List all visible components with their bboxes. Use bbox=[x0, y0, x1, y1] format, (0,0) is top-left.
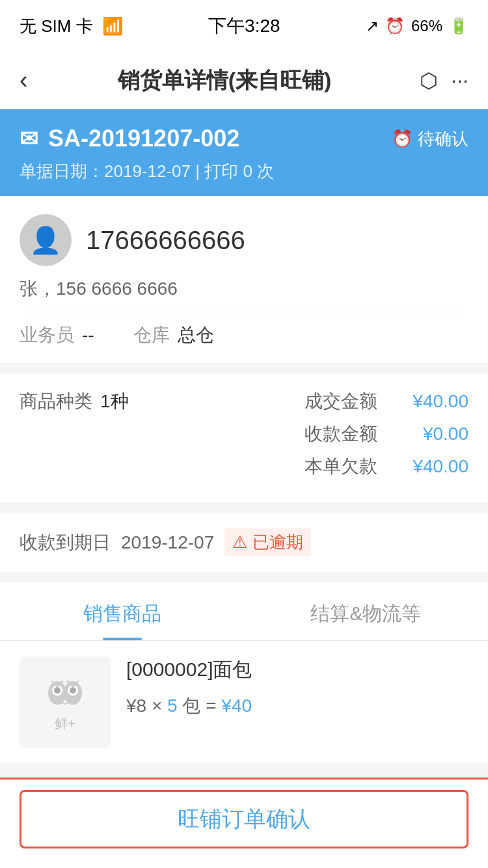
product-thumbnail: 鲜+ bbox=[20, 657, 111, 748]
product-price: ¥8 × 5 包 = ¥40 bbox=[126, 694, 468, 718]
salesperson-value: -- bbox=[82, 325, 94, 346]
avatar-icon: 👤 bbox=[29, 225, 62, 256]
product-type-value: 1种 bbox=[100, 389, 129, 414]
order-header: ✉ SA-20191207-002 ⏰ 待确认 单据日期：2019-12-07 … bbox=[0, 109, 488, 196]
nav-actions: ⬡ ··· bbox=[390, 68, 468, 93]
equals-symbol: = bbox=[206, 696, 221, 716]
product-unit-price: ¥8 bbox=[126, 696, 146, 716]
status-right: ↗ ⏰ 66% 🔋 bbox=[366, 17, 468, 35]
product-unit: 包 bbox=[182, 696, 200, 716]
overdue-icon: ⚠ bbox=[232, 532, 247, 552]
overdue-badge: ⚠ 已逾期 bbox=[224, 528, 311, 556]
status-left: 无 SIM 卡 📶 bbox=[20, 15, 123, 38]
order-date: 单据日期：2019-12-07 | 打印 0 次 bbox=[20, 160, 468, 183]
status-time: 下午3:28 bbox=[208, 14, 280, 38]
battery-icon: 🔋 bbox=[449, 17, 468, 35]
amount-row-1: 收款金额 ¥0.00 bbox=[305, 422, 468, 446]
due-date-label: 收款到期日 bbox=[20, 530, 111, 555]
status-clock-icon: ⏰ bbox=[392, 129, 413, 149]
amount-label-2: 本单欠款 bbox=[305, 454, 377, 479]
amount-value-2: ¥40.00 bbox=[403, 456, 468, 477]
location-icon: ↗ bbox=[366, 17, 379, 35]
alarm-icon: ⏰ bbox=[385, 17, 405, 35]
tab-sales-products[interactable]: 销售商品 bbox=[0, 582, 244, 640]
amount-row-0: 成交金额 ¥40.00 bbox=[305, 389, 468, 414]
due-date-section: 收款到期日 2019-12-07 ⚠ 已逾期 bbox=[0, 513, 488, 572]
product-info: [0000002]面包 ¥8 × 5 包 = ¥40 bbox=[126, 657, 468, 718]
customer-meta: 业务员 -- 仓库 总仓 bbox=[20, 323, 468, 347]
multiply-symbol: × bbox=[152, 696, 167, 716]
share-icon[interactable]: ⬡ bbox=[420, 68, 438, 93]
order-id-row: ✉ SA-20191207-002 ⏰ 待确认 bbox=[20, 125, 468, 152]
nav-bar: ‹ 销货单详情(来自旺铺) ⬡ ··· bbox=[0, 52, 488, 109]
customer-section: 👤 17666666666 张，156 6666 6666 业务员 -- 仓库 … bbox=[0, 196, 488, 363]
svg-point-4 bbox=[54, 687, 61, 694]
product-section: 鲜+ [0000002]面包 ¥8 × 5 包 = ¥40 bbox=[0, 641, 488, 763]
svg-point-5 bbox=[70, 687, 76, 694]
product-type-label: 商品种类 bbox=[20, 389, 92, 414]
page-title: 销货单详情(来自旺铺) bbox=[59, 66, 390, 96]
product-type-item: 商品种类 1种 bbox=[20, 389, 129, 414]
order-status: ⏰ 待确认 bbox=[392, 128, 468, 150]
warehouse-value: 总仓 bbox=[178, 323, 214, 347]
amount-value-1: ¥0.00 bbox=[403, 424, 468, 444]
customer-phone: 17666666666 bbox=[86, 226, 245, 255]
overdue-text: 已逾期 bbox=[252, 531, 303, 554]
wifi-icon: 📶 bbox=[102, 16, 123, 36]
carrier-text: 无 SIM 卡 bbox=[20, 15, 93, 38]
more-icon[interactable]: ··· bbox=[451, 68, 468, 92]
product-qty: 5 bbox=[167, 696, 178, 716]
salesperson-meta: 业务员 -- bbox=[20, 323, 94, 347]
tab-settlement-label: 结算&物流等 bbox=[310, 603, 421, 624]
amount-label-1: 收款金额 bbox=[305, 422, 377, 446]
summary-section: 商品种类 1种 成交金额 ¥40.00 收款金额 ¥0.00 本单欠款 ¥40.… bbox=[0, 373, 488, 502]
due-date-value: 2019-12-07 bbox=[121, 532, 214, 553]
salesperson-label: 业务员 bbox=[20, 323, 74, 347]
owl-logo-icon bbox=[39, 672, 91, 711]
warehouse-label: 仓库 bbox=[133, 323, 170, 347]
order-id-text: SA-20191207-002 bbox=[48, 125, 239, 152]
product-name: [0000002]面包 bbox=[126, 657, 468, 683]
amount-label-0: 成交金额 bbox=[305, 389, 377, 414]
status-bar: 无 SIM 卡 📶 下午3:28 ↗ ⏰ 66% 🔋 bbox=[0, 0, 488, 52]
battery-text: 66% bbox=[411, 17, 442, 35]
bottom-btn-area: 旺铺订单确认 bbox=[0, 778, 488, 868]
order-id: ✉ SA-20191207-002 bbox=[20, 125, 239, 152]
summary-right: 成交金额 ¥40.00 收款金额 ¥0.00 本单欠款 ¥40.00 bbox=[305, 389, 468, 487]
summary-left: 商品种类 1种 bbox=[20, 389, 129, 419]
status-text: 待确认 bbox=[418, 128, 468, 150]
order-icon: ✉ bbox=[20, 126, 38, 152]
tab-sales-label: 销售商品 bbox=[83, 603, 161, 624]
avatar: 👤 bbox=[20, 214, 72, 266]
plus-text: 鲜+ bbox=[55, 715, 75, 733]
customer-name: 张，156 6666 6666 bbox=[20, 277, 468, 301]
tabs-section: 销售商品 结算&物流等 bbox=[0, 582, 488, 641]
customer-row: 👤 17666666666 bbox=[20, 214, 468, 266]
amount-row-2: 本单欠款 ¥40.00 bbox=[305, 454, 468, 479]
product-total: ¥40 bbox=[221, 696, 252, 716]
tab-settlement[interactable]: 结算&物流等 bbox=[244, 582, 488, 640]
back-button[interactable]: ‹ bbox=[20, 66, 59, 94]
amount-value-0: ¥40.00 bbox=[403, 391, 468, 412]
divider bbox=[20, 312, 468, 312]
confirm-order-button[interactable]: 旺铺订单确认 bbox=[20, 790, 468, 848]
product-thumb-inner: 鲜+ bbox=[20, 657, 111, 748]
warehouse-meta: 仓库 总仓 bbox=[133, 323, 214, 347]
